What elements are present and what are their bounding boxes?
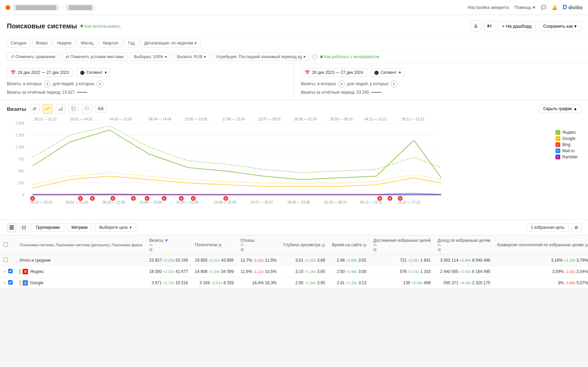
- chevron-down-icon: ▾: [195, 41, 197, 45]
- panel-left-header: 📅 28 дек 2022 — 27 дек 2023 ⬤ Сегмент ▾: [7, 68, 287, 77]
- th-time[interactable]: Время на сайте ▦: [328, 235, 370, 255]
- help-button[interactable]: Помощь ▾: [514, 5, 535, 10]
- date-range-right[interactable]: 📅 28 дек 2023 — 27 дек 2024: [301, 68, 367, 77]
- total-bounces: 11,7% -1.02x 11,5%: [237, 255, 280, 266]
- svg-text:N: N: [112, 197, 114, 200]
- svg-text:13.05 — 19.05: 13.05 — 19.05: [185, 117, 207, 121]
- svg-text:0: 0: [22, 193, 24, 197]
- period-yesterday[interactable]: Вчера: [32, 39, 51, 48]
- sample-select[interactable]: Выборка: 100% ▾: [130, 53, 170, 61]
- how-to-use-link[interactable]: Как использовать: [80, 24, 121, 29]
- bell-icon[interactable]: 🔔: [552, 5, 557, 10]
- bar-toggle-revenue[interactable]: ▦: [437, 247, 441, 251]
- refresh-chart-btn[interactable]: ↺: [30, 104, 39, 114]
- bar-chart-btn[interactable]: [56, 104, 65, 114]
- svg-text:28.12 — 01.01: 28.12 — 01.01: [30, 200, 53, 204]
- table-grouped-view-btn[interactable]: [19, 223, 29, 232]
- svg-text:09.12 — 15.12: 09.12 — 15.12: [402, 117, 424, 121]
- line-chart-btn[interactable]: [43, 104, 52, 114]
- th-visitors[interactable]: Посетители ▦: [192, 235, 237, 255]
- bar-toggle-goals[interactable]: ▦: [373, 247, 377, 251]
- fav-goal-display: 1 избранная цель: [526, 223, 569, 232]
- th-conversion[interactable]: Конверсия посетителей по избранным целям…: [494, 235, 588, 255]
- export-button[interactable]: [470, 21, 481, 31]
- bar-toggle-visits[interactable]: ▦: [149, 247, 153, 251]
- save-as-button[interactable]: Сохранить как ▾: [539, 21, 581, 31]
- svg-text:N: N: [163, 197, 165, 200]
- attribution-select[interactable]: Атрибуция: Последний значимый переход кд…: [212, 53, 309, 61]
- goal-select[interactable]: Выберите цель ▾: [95, 223, 136, 232]
- svg-text:N: N: [379, 197, 381, 200]
- table-settings-button[interactable]: ⚙: [572, 223, 581, 232]
- google-engine-icon: G: [23, 280, 28, 286]
- expand-google[interactable]: +: [3, 281, 6, 286]
- bar-toggle-depth[interactable]: ▦: [322, 243, 325, 247]
- period-week[interactable]: Неделя: [53, 39, 75, 48]
- segment-right[interactable]: ⬤ Сегмент ▾: [370, 68, 405, 77]
- legend-rambler: ✓ Rambler: [556, 155, 578, 159]
- bar-toggle-conversion[interactable]: ▦: [585, 243, 588, 247]
- export-icon: [473, 24, 478, 28]
- add-people-filter-right[interactable]: +: [391, 80, 397, 87]
- metrics-button[interactable]: Метрики: [67, 223, 92, 232]
- svg-rect-1: [490, 25, 492, 27]
- date-range-left[interactable]: 📅 28 дек 2022 — 27 дек 2023: [7, 68, 73, 77]
- groupings-button[interactable]: Группировки: [31, 223, 64, 232]
- chevron-up-icon: ▲: [573, 106, 577, 111]
- svg-text:N: N: [399, 197, 401, 200]
- bar-toggle-bounces[interactable]: ▦: [240, 247, 244, 251]
- main-content: Поисковые системы Как использовать + На …: [0, 15, 588, 289]
- comment-btn[interactable]: [82, 104, 91, 114]
- svg-rect-2: [58, 109, 60, 111]
- compare-icon: [487, 24, 492, 28]
- google-checkbox[interactable]: [8, 280, 13, 285]
- add-visits-filter-left[interactable]: +: [44, 80, 51, 87]
- settings-link[interactable]: Настройка аккаунта: [468, 5, 509, 10]
- add-to-dashboard-button[interactable]: + На дашборд: [498, 21, 536, 31]
- th-depth[interactable]: Глубина просмотра ▦: [280, 235, 328, 255]
- table-flat-view-btn[interactable]: [7, 223, 16, 232]
- add-visits-filter-right[interactable]: +: [338, 80, 345, 87]
- th-bounces[interactable]: Отказы % ▦: [237, 235, 280, 255]
- th-visits[interactable]: Визиты ▼ % ▦: [146, 235, 191, 255]
- select-all-checkbox[interactable]: [3, 242, 8, 247]
- table-chart-btn[interactable]: [69, 104, 78, 114]
- segment-left[interactable]: ⬤ Сегмент ▾: [76, 68, 110, 77]
- compare-button[interactable]: [484, 21, 495, 31]
- hide-chart-button[interactable]: Скрыть график ▲: [539, 105, 581, 113]
- yandex-checkbox[interactable]: [8, 269, 13, 273]
- status-dot: [80, 25, 83, 27]
- table-section: Группировки Метрики Выберите цель ▾ 1 из…: [0, 220, 588, 289]
- th-select-all[interactable]: [0, 235, 16, 255]
- message-icon[interactable]: 💬: [541, 5, 546, 10]
- period-quarter[interactable]: Квартал: [99, 39, 122, 48]
- svg-rect-4: [62, 107, 63, 111]
- cancel-compare-button[interactable]: ↺ Отменить сравнение: [7, 53, 59, 61]
- currency-select[interactable]: Валюта: RUB ▾: [173, 53, 210, 61]
- total-checkbox[interactable]: [3, 258, 8, 262]
- brand-dot: [5, 5, 10, 10]
- series-count-badge[interactable]: 6/6: [95, 105, 107, 113]
- detail-select[interactable]: Детализация: по неделям ▾: [140, 39, 200, 48]
- segment-icon: ⬤: [80, 70, 84, 75]
- period-year[interactable]: Год: [124, 39, 138, 48]
- period-month[interactable]: Месяц: [77, 39, 97, 48]
- bar-toggle-time[interactable]: ▦: [363, 243, 366, 247]
- expand-yandex[interactable]: +: [3, 270, 6, 274]
- period-today[interactable]: Сегодня: [7, 39, 30, 48]
- svg-text:N: N: [146, 197, 148, 200]
- interface-help-link[interactable]: Как работать с интерфейсом: [320, 54, 379, 59]
- top-bar-left: ██████████████ | ████████: [5, 4, 94, 11]
- chevron-down-icon: ▾: [105, 70, 107, 75]
- svg-rect-74: [10, 225, 14, 226]
- add-people-filter-left[interactable]: +: [96, 80, 103, 87]
- google-goals: 139 +3.58x 498: [370, 277, 434, 289]
- bar-toggle-visitors[interactable]: ▦: [218, 243, 222, 247]
- info-icon[interactable]: i: [312, 54, 317, 60]
- svg-text:N: N: [31, 197, 34, 200]
- swap-conditions-button[interactable]: ⇄ Поменять условия местами: [62, 53, 127, 61]
- th-goals[interactable]: Достижения избранных целей % ▦: [370, 235, 434, 255]
- chart-section: Визиты ↺: [0, 100, 588, 220]
- th-revenue[interactable]: Доход по избранным целям % ▦: [434, 235, 494, 255]
- status-dot: [320, 55, 323, 58]
